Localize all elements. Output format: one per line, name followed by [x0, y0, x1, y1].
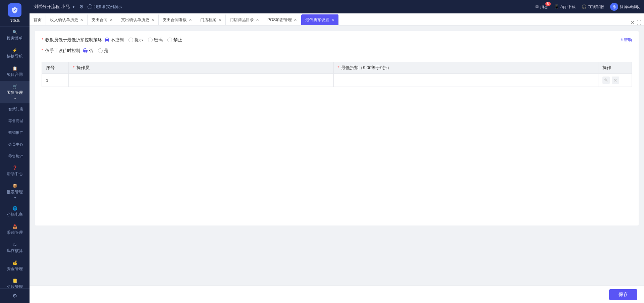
ledger-icon: 📒	[12, 279, 17, 283]
demo-link[interactable]: 我要看实例演示	[88, 4, 122, 10]
sidebar-bottom: ⚙	[0, 288, 30, 303]
chevron-down-icon: ▼	[14, 196, 17, 199]
project-selector[interactable]: 测试分开流程-小兄 ▼	[34, 4, 75, 10]
purchase-icon: 📥	[12, 224, 17, 229]
footer: 保存	[30, 286, 644, 303]
tab-min-discount[interactable]: 最低折扣设置 ✕	[301, 14, 339, 25]
close-tab-expense-history[interactable]: ✕	[151, 18, 154, 22]
chevron-up-icon: ▲	[14, 97, 17, 100]
delete-row-button-1[interactable]: ✕	[612, 77, 619, 84]
operator-input-1[interactable]	[73, 78, 329, 83]
close-tab-min-discount[interactable]: ✕	[331, 18, 334, 22]
field1-label: * 收银员低于最低折扣控制策略	[42, 37, 102, 43]
tab-store-file[interactable]: 门店档案 ✕	[196, 14, 226, 25]
messages-badge: 8	[545, 2, 551, 6]
logo-icon	[8, 3, 21, 17]
sidebar-item-wholesale[interactable]: 📦 批发管理 ▼	[0, 180, 30, 203]
tab-expense-history[interactable]: 支出确认单历史 ✕	[117, 14, 159, 25]
contract-icon: 📋	[12, 66, 17, 71]
discount-table: 序号 * 操作员 * 最低折扣（9.00等于9折） 操作	[42, 62, 632, 87]
close-tab-pos-encryption[interactable]: ✕	[294, 18, 297, 22]
form-row-2: * 仅手工改价时控制 否 是	[42, 48, 632, 54]
retail-icon: 🛒	[12, 84, 17, 89]
required-marker-1: *	[42, 37, 43, 42]
project-dropdown-arrow: ▼	[72, 5, 75, 9]
demo-circle-icon	[88, 4, 92, 9]
radio-forbid[interactable]: 禁止	[167, 37, 182, 43]
tab-expense-board[interactable]: 支出合同看板 ✕	[159, 14, 196, 25]
sidebar-item-purchase[interactable]: 📥 采购管理	[0, 221, 30, 239]
app-download-button[interactable]: 📱 App下载	[554, 4, 576, 10]
help-icon: ❓	[12, 165, 17, 170]
cell-operator-1[interactable]	[69, 74, 334, 87]
sidebar-nav: 🔍 搜索菜单 ⚡ 快捷导航 📋 项目合同 🛒 零售管理 ▲ 智慧门店 零售商城 …	[0, 27, 30, 288]
online-service-button[interactable]: 🎧 在线客服	[582, 4, 604, 10]
messages-button[interactable]: ✉ 消息 8	[535, 4, 548, 10]
sidebar-item-ecommerce[interactable]: 🌐 小畅电商	[0, 203, 30, 221]
help-link[interactable]: ℹ 帮助	[621, 37, 632, 43]
ecommerce-icon: 🌐	[12, 206, 17, 211]
sidebar-item-quicknav[interactable]: ⚡ 快捷导航	[0, 45, 30, 63]
tab-expense-contract[interactable]: 支出合同 ✕	[88, 14, 117, 25]
sidebar-item-help[interactable]: ❓ 帮助中心	[0, 162, 30, 180]
close-all-tabs-button[interactable]: ✕	[631, 20, 635, 25]
tab-store-products[interactable]: 门店商品目录 ✕	[226, 14, 263, 25]
message-icon: ✉	[535, 4, 539, 9]
radio-hint[interactable]: 提示	[128, 37, 143, 43]
radio-password[interactable]: 密码	[148, 37, 163, 43]
user-profile[interactable]: 徐 徐泽华修改	[610, 3, 640, 11]
field2-label: * 仅手工改价时控制	[42, 48, 80, 54]
logo-text: 专业版	[10, 18, 20, 23]
close-tab-income-history[interactable]: ✕	[80, 18, 83, 22]
col-operator: * 操作员	[69, 62, 334, 74]
inventory-icon: 🗂	[13, 242, 17, 247]
radio-no-control[interactable]: 不控制	[105, 37, 124, 43]
radio-circle-no-control	[105, 38, 109, 42]
col-min-discount: * 最低折扣（9.00等于9折）	[333, 62, 598, 74]
topbar: 测试分开流程-小兄 ▼ ⚙ 我要看实例演示 ✉ 消息 8 📱 App下载 🎧 在…	[30, 0, 644, 13]
sidebar: 专业版 🔍 搜索菜单 ⚡ 快捷导航 📋 项目合同 🛒 零售管理 ▲ 智慧门店 零…	[0, 0, 30, 303]
save-button[interactable]: 保存	[609, 289, 637, 300]
fullscreen-button[interactable]: ⛶	[637, 20, 641, 25]
sidebar-item-retail-stats[interactable]: 零售统计	[0, 150, 30, 162]
close-tab-expense-contract[interactable]: ✕	[110, 18, 113, 22]
sidebar-item-contract[interactable]: 📋 项目合同	[0, 63, 30, 81]
radio-no[interactable]: 否	[83, 48, 93, 54]
col-action: 操作	[598, 62, 632, 74]
project-name: 测试分开流程-小兄	[34, 4, 70, 10]
topbar-right: ✉ 消息 8 📱 App下载 🎧 在线客服 徐 徐泽华修改	[535, 3, 640, 11]
sidebar-logo: 专业版	[0, 0, 30, 27]
discount-input-1[interactable]	[338, 78, 594, 83]
col-index: 序号	[42, 62, 69, 74]
sidebar-item-ledger[interactable]: 📒 总账管理	[0, 275, 30, 288]
sidebar-item-retail-mall[interactable]: 零售商城	[0, 115, 30, 127]
sidebar-item-search[interactable]: 🔍 搜索菜单	[0, 27, 30, 45]
close-tab-expense-board[interactable]: ✕	[189, 18, 192, 22]
sidebar-item-member[interactable]: 会员中心	[0, 139, 30, 150]
tabbar-actions: ✕ ⛶	[628, 20, 644, 25]
tab-income-history[interactable]: 收入确认单历史 ✕	[46, 14, 88, 25]
settings-icon[interactable]: ⚙	[12, 293, 17, 299]
download-icon: 📱	[554, 4, 559, 9]
cell-index-1: 1	[42, 74, 69, 87]
tab-pos-encryption[interactable]: POS加密管理 ✕	[263, 14, 301, 25]
sidebar-item-smart-store[interactable]: 智慧门店	[0, 103, 30, 115]
row-action-icons-1: ✎ ✕	[602, 77, 628, 84]
radio-circle-yes	[98, 48, 103, 53]
form-row-1: * 收银员低于最低折扣控制策略 不控制 提示 密码	[42, 37, 632, 43]
sidebar-item-finance[interactable]: 💰 资金管理	[0, 257, 30, 275]
sidebar-item-inventory[interactable]: 🗂 库存核算	[0, 239, 30, 257]
close-tab-store-products[interactable]: ✕	[256, 18, 259, 22]
cell-discount-1[interactable]	[333, 74, 598, 87]
cell-actions-1: ✎ ✕	[598, 74, 632, 87]
main-card: * 收银员低于最低折扣控制策略 不控制 提示 密码	[35, 31, 639, 225]
topbar-settings-icon[interactable]: ⚙	[79, 4, 84, 10]
close-tab-store-file[interactable]: ✕	[218, 18, 221, 22]
tab-home[interactable]: 首页	[30, 14, 46, 25]
edit-row-button-1[interactable]: ✎	[602, 77, 610, 84]
sidebar-item-retail[interactable]: 🛒 零售管理 ▲	[0, 81, 30, 103]
sidebar-item-marketing[interactable]: 营销推广	[0, 127, 30, 139]
main-area: 测试分开流程-小兄 ▼ ⚙ 我要看实例演示 ✉ 消息 8 📱 App下载 🎧 在…	[30, 0, 644, 303]
radio-circle-password	[148, 38, 153, 42]
radio-yes[interactable]: 是	[98, 48, 108, 54]
